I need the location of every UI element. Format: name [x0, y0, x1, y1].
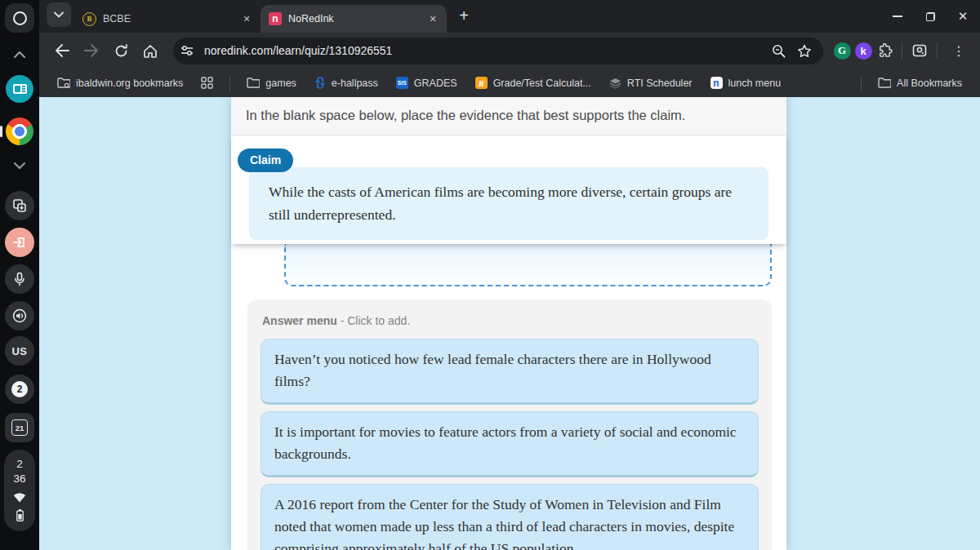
toolbar-divider	[902, 42, 902, 59]
bookmark-managed-folder[interactable]: ibaldwin.org bookmarks	[51, 74, 189, 92]
screen-capture-button[interactable]	[911, 42, 929, 60]
back-button[interactable]	[49, 38, 75, 64]
zoom-icon[interactable]	[772, 44, 786, 58]
managed-folder-icon	[57, 78, 70, 88]
chevron-down-icon	[54, 11, 64, 18]
restore-button[interactable]	[923, 9, 938, 24]
forward-icon	[84, 44, 99, 57]
shelf-scroll-up-icon[interactable]	[13, 47, 26, 62]
forward-button[interactable]	[78, 38, 105, 64]
bookmark-star-icon[interactable]	[797, 44, 812, 58]
install-app-button[interactable]	[5, 191, 34, 220]
clock-minute: 36	[13, 472, 25, 486]
home-button[interactable]	[137, 38, 163, 64]
all-bookmarks-label: All Bookmarks	[897, 78, 962, 89]
kami-extension-button[interactable]: k	[854, 42, 872, 60]
claim-text: While the casts of American films are be…	[249, 167, 768, 240]
new-tab-button[interactable]: +	[453, 5, 474, 26]
speaker-icon	[12, 308, 27, 323]
answer-drop-zone[interactable]	[284, 244, 772, 286]
tab-strip: B BCBE ✕ n NoRedInk ✕ + ✕	[39, 0, 980, 33]
apps-grid-button[interactable]	[194, 73, 220, 92]
answer-option[interactable]: A 2016 report from the Center for the St…	[261, 484, 759, 550]
shelf-app-chrome[interactable]	[6, 118, 33, 145]
answer-menu-title: Answer menu	[262, 314, 337, 327]
bookmark-label: GRADES	[414, 78, 457, 89]
back-icon	[55, 44, 69, 57]
bookmarks-right: All Bookmarks	[856, 74, 969, 92]
shelf-app-teal[interactable]	[6, 75, 33, 103]
quiz-content: In the blank space below, place the evid…	[231, 97, 786, 550]
bookmark-games[interactable]: games	[240, 74, 303, 92]
tab-search-button[interactable]	[47, 2, 71, 27]
claim-badge: Claim	[238, 149, 293, 172]
exit-session-button[interactable]	[5, 228, 34, 257]
browser-toolbar: noredink.com/learn/quiz/1310926551 G k ⋮	[39, 33, 980, 69]
tab-title: NoRedInk	[288, 13, 419, 24]
address-bar[interactable]: noredink.com/learn/quiz/1310926551	[173, 38, 823, 64]
apps-grid-icon	[201, 77, 213, 89]
bookmarks-bar: ibaldwin.org bookmarks games e-hallpass …	[39, 69, 980, 97]
sis-icon: SIS	[396, 77, 408, 89]
reload-icon	[114, 44, 128, 58]
shelf-scroll-down-icon[interactable]	[13, 158, 26, 173]
bookmark-grade-calculator[interactable]: R Grade/Test Calculat...	[469, 73, 598, 92]
notification-counter-button[interactable]: 2	[5, 375, 34, 404]
url-text[interactable]: noredink.com/learn/quiz/1310926551	[204, 44, 765, 57]
os-shelf: US 2 21 2 36	[0, 0, 39, 550]
bookmark-label: e-hallpass	[332, 78, 378, 89]
calendar-day: 21	[11, 419, 28, 436]
grammarly-icon: G	[834, 42, 851, 60]
teal-app-icon	[13, 84, 27, 94]
battery-icon	[16, 509, 24, 521]
rapidtables-icon: R	[475, 77, 488, 89]
tab-noredink[interactable]: n NoRedInk ✕	[261, 5, 447, 33]
claim-card: Claim While the casts of American films …	[231, 135, 786, 244]
home-icon	[143, 44, 158, 58]
bookmarks-divider	[229, 75, 230, 91]
window-close-button[interactable]: ✕	[956, 9, 970, 24]
answer-option[interactable]: It is important for movies to feature ac…	[261, 411, 759, 477]
restore-icon	[926, 12, 935, 21]
extensions-button[interactable]	[875, 42, 893, 60]
exit-to-app-icon	[12, 235, 27, 250]
answer-option[interactable]: Haven’t you noticed how few lead female …	[261, 339, 759, 405]
minimize-icon	[893, 16, 902, 17]
screen-capture-icon	[911, 42, 928, 59]
site-settings-button[interactable]	[176, 40, 198, 61]
answer-menu-label: Answer menu - Click to add.	[262, 314, 759, 327]
notification-count: 2	[11, 381, 28, 397]
bookmark-label: lunch menu	[728, 78, 782, 89]
grammarly-extension-button[interactable]: G	[833, 42, 851, 60]
reload-button[interactable]	[108, 38, 134, 64]
dictation-button[interactable]	[5, 264, 34, 294]
status-tray[interactable]: 2 36	[4, 450, 35, 531]
install-icon	[12, 198, 27, 213]
launcher-button[interactable]	[5, 3, 34, 33]
select-to-speak-button[interactable]	[5, 301, 34, 330]
bookmarks-divider	[861, 75, 862, 91]
calendar-button[interactable]: 21	[5, 413, 34, 442]
answer-menu-hint: - Click to add.	[337, 314, 410, 327]
clock-hour: 2	[16, 458, 23, 471]
browser-menu-button[interactable]: ⋮	[946, 38, 972, 64]
bookmark-label: ibaldwin.org bookmarks	[76, 78, 183, 89]
keyboard-layout-button[interactable]: US	[5, 336, 34, 366]
answer-menu-panel: Answer menu - Click to add. Haven’t you …	[247, 299, 772, 550]
all-bookmarks-button[interactable]: All Bookmarks	[871, 74, 969, 92]
minimize-button[interactable]	[890, 9, 905, 24]
bcbe-favicon: B	[82, 12, 96, 26]
tab-close-button[interactable]: ✕	[425, 11, 440, 26]
bookmark-grades[interactable]: SIS GRADES	[390, 73, 464, 92]
bookmark-lunch-menu[interactable]: n lunch menu	[704, 73, 788, 92]
tune-icon	[180, 45, 194, 56]
bookmark-label: Grade/Test Calculat...	[493, 78, 591, 89]
folder-icon	[878, 78, 891, 88]
wifi-icon	[13, 492, 26, 503]
tab-bcbe[interactable]: B BCBE ✕	[74, 5, 261, 33]
puzzle-icon	[877, 43, 893, 59]
tab-close-button[interactable]: ✕	[239, 11, 254, 26]
bookmark-label: games	[265, 78, 296, 89]
bookmark-ehallpass[interactable]: e-hallpass	[308, 73, 385, 92]
bookmark-rti-scheduler[interactable]: RTI Scheduler	[603, 74, 699, 92]
